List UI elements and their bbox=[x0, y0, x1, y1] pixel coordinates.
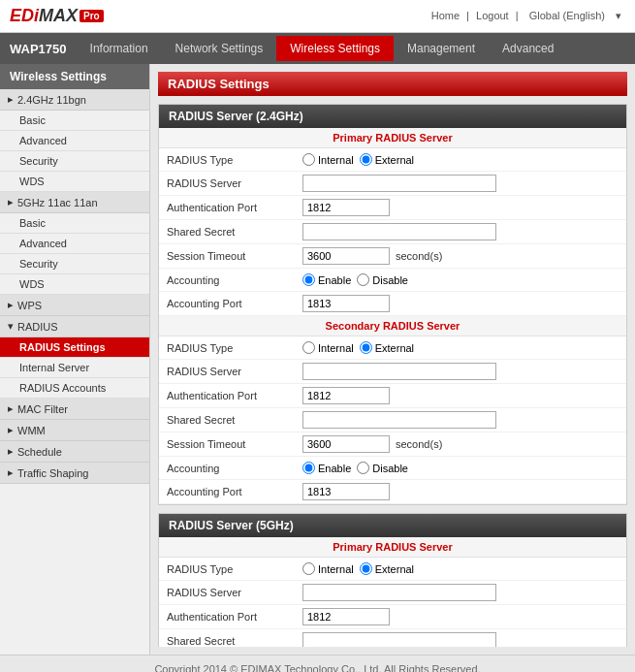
value-auth-port-s24 bbox=[302, 387, 619, 404]
radio-external-p24[interactable]: External bbox=[360, 153, 414, 166]
sidebar-group-24ghz[interactable]: ▸ 2.4GHz 11bgn bbox=[0, 89, 149, 111]
value-accounting-s24: Enable Disable bbox=[302, 462, 619, 474]
tab-information[interactable]: Information bbox=[77, 36, 162, 61]
chevron-right-icon-wps: ▸ bbox=[8, 299, 14, 311]
label-radius-type-s24: RADIUS Type bbox=[167, 342, 302, 354]
radio-input-internal-p5[interactable] bbox=[302, 562, 315, 575]
chevron-right-icon-mac: ▸ bbox=[8, 402, 14, 415]
sidebar-group-radius[interactable]: ▾ RADIUS bbox=[0, 316, 149, 337]
language-selector[interactable]: Global (English) bbox=[529, 10, 605, 21]
radio-disable-accounting-p24[interactable]: Disable bbox=[357, 273, 408, 286]
nav-bar: WAP1750 Information Network Settings Wir… bbox=[0, 33, 635, 64]
sidebar-group-traffic[interactable]: ▸ Traffic Shaping bbox=[0, 463, 149, 484]
section-header-24ghz: RADIUS Server (2.4GHz) bbox=[159, 105, 626, 128]
input-acc-port-s24[interactable] bbox=[302, 483, 390, 500]
form-row-radius-type-p24: RADIUS Type Internal External bbox=[159, 148, 626, 172]
radio-input-internal-s24[interactable] bbox=[302, 341, 315, 354]
input-shared-secret-p5[interactable] bbox=[302, 632, 496, 647]
sidebar-item-5-basic[interactable]: Basic bbox=[0, 213, 149, 234]
tab-management[interactable]: Management bbox=[394, 36, 489, 61]
sidebar-group-wmm[interactable]: ▸ WMM bbox=[0, 420, 149, 441]
input-auth-port-p5[interactable] bbox=[302, 608, 390, 625]
sidebar-item-24-security[interactable]: Security bbox=[0, 151, 149, 172]
content-scroll: RADIUS Server (2.4GHz) Primary RADIUS Se… bbox=[158, 104, 627, 647]
radio-input-enable-acc-s24[interactable] bbox=[302, 462, 315, 474]
form-row-radius-server-p24: RADIUS Server bbox=[159, 172, 626, 196]
sidebar-item-internal-server[interactable]: Internal Server bbox=[0, 358, 149, 378]
radio-input-disable-acc-s24[interactable] bbox=[357, 462, 369, 474]
radio-external-s24[interactable]: External bbox=[360, 341, 414, 354]
radio-external-p5[interactable]: External bbox=[360, 562, 414, 575]
radio-input-disable-acc-p24[interactable] bbox=[357, 273, 369, 286]
label-auth-port-p5: Authentication Port bbox=[167, 611, 302, 623]
label-session-timeout-s24: Session Timeout bbox=[167, 438, 302, 450]
input-radius-server-p24[interactable] bbox=[302, 175, 496, 192]
sidebar-group-macfilter[interactable]: ▸ MAC Filter bbox=[0, 399, 149, 420]
value-radius-type-p5: Internal External bbox=[302, 562, 619, 575]
input-acc-port-p24[interactable] bbox=[302, 295, 390, 312]
radio-input-internal-p24[interactable] bbox=[302, 153, 315, 166]
radio-input-external-s24[interactable] bbox=[360, 341, 372, 354]
form-row-radius-type-p5: RADIUS Type Internal External bbox=[159, 558, 626, 581]
footer-text: Copyright 2014 © EDIMAX Technology Co., … bbox=[154, 663, 480, 672]
form-row-radius-server-s24: RADIUS Server bbox=[159, 360, 626, 384]
input-auth-port-p24[interactable] bbox=[302, 199, 390, 216]
radio-input-external-p24[interactable] bbox=[360, 153, 372, 166]
input-shared-secret-s24[interactable] bbox=[302, 411, 496, 429]
section-5ghz: RADIUS Server (5GHz) Primary RADIUS Serv… bbox=[158, 513, 627, 647]
sidebar-item-5-advanced[interactable]: Advanced bbox=[0, 234, 149, 254]
radio-input-external-p5[interactable] bbox=[360, 562, 372, 575]
sidebar-item-5-wds[interactable]: WDS bbox=[0, 274, 149, 295]
sidebar-item-5-security[interactable]: Security bbox=[0, 254, 149, 274]
label-shared-secret-s24: Shared Secret bbox=[167, 414, 302, 426]
form-row-auth-port-s24: Authentication Port bbox=[159, 384, 626, 408]
sidebar-group-label-5: 5GHz 11ac 11an bbox=[17, 197, 98, 208]
sidebar-group-wps[interactable]: ▸ WPS bbox=[0, 295, 149, 316]
sub-header-primary-5: Primary RADIUS Server bbox=[159, 537, 626, 558]
radio-internal-p5[interactable]: Internal bbox=[302, 562, 354, 575]
input-auth-port-s24[interactable] bbox=[302, 387, 390, 404]
input-shared-secret-p24[interactable] bbox=[302, 223, 496, 240]
chevron-right-icon-wmm: ▸ bbox=[8, 424, 14, 436]
sidebar-item-24-basic[interactable]: Basic bbox=[0, 111, 149, 131]
label-accounting-p24: Accounting bbox=[167, 274, 302, 286]
sidebar-group-5ghz[interactable]: ▸ 5GHz 11ac 11an bbox=[0, 192, 149, 213]
unit-session-timeout-s24: second(s) bbox=[396, 438, 442, 450]
nav-tabs: Information Network Settings Wireless Se… bbox=[77, 36, 629, 61]
sidebar-item-24-wds[interactable]: WDS bbox=[0, 172, 149, 192]
form-row-accounting-s24: Accounting Enable Disable bbox=[159, 457, 626, 480]
input-radius-server-s24[interactable] bbox=[302, 363, 496, 380]
value-radius-server-p24 bbox=[302, 175, 619, 192]
radio-internal-p24[interactable]: Internal bbox=[302, 153, 354, 166]
sidebar-item-radius-settings[interactable]: RADIUS Settings bbox=[0, 337, 149, 358]
radio-input-enable-acc-p24[interactable] bbox=[302, 273, 315, 286]
form-row-shared-secret-p5: Shared Secret bbox=[159, 629, 626, 647]
home-link[interactable]: Home bbox=[431, 10, 460, 21]
sidebar-group-schedule[interactable]: ▸ Schedule bbox=[0, 441, 149, 463]
logout-link[interactable]: Logout bbox=[476, 10, 509, 21]
sidebar-group-label-24: 2.4GHz 11bgn bbox=[17, 94, 86, 106]
form-row-session-timeout-s24: Session Timeout second(s) bbox=[159, 432, 626, 457]
radio-disable-accounting-s24[interactable]: Disable bbox=[357, 462, 408, 474]
main-layout: Wireless Settings ▸ 2.4GHz 11bgn Basic A… bbox=[0, 64, 635, 655]
value-radius-server-p5 bbox=[302, 584, 619, 601]
chevron-right-icon-sched: ▸ bbox=[8, 445, 14, 458]
radio-enable-accounting-s24[interactable]: Enable bbox=[302, 462, 351, 474]
input-radius-server-p5[interactable] bbox=[302, 584, 496, 601]
label-acc-port-s24: Accounting Port bbox=[167, 486, 302, 497]
label-acc-port-p24: Accounting Port bbox=[167, 298, 302, 309]
input-session-timeout-s24[interactable] bbox=[302, 435, 390, 453]
radio-internal-s24[interactable]: Internal bbox=[302, 341, 354, 354]
tab-network[interactable]: Network Settings bbox=[162, 36, 277, 61]
chevron-right-icon-traffic: ▸ bbox=[8, 466, 14, 479]
tab-wireless[interactable]: Wireless Settings bbox=[276, 36, 394, 61]
tab-advanced[interactable]: Advanced bbox=[489, 36, 567, 61]
value-accounting-p24: Enable Disable bbox=[302, 273, 619, 286]
chevron-right-icon-5: ▸ bbox=[8, 196, 14, 208]
radio-enable-accounting-p24[interactable]: Enable bbox=[302, 273, 351, 286]
sidebar-item-radius-accounts[interactable]: RADIUS Accounts bbox=[0, 378, 149, 399]
label-shared-secret-p24: Shared Secret bbox=[167, 226, 302, 238]
input-session-timeout-p24[interactable] bbox=[302, 247, 390, 265]
sidebar-item-24-advanced[interactable]: Advanced bbox=[0, 131, 149, 151]
brand-name: EDiMAX bbox=[10, 6, 78, 26]
